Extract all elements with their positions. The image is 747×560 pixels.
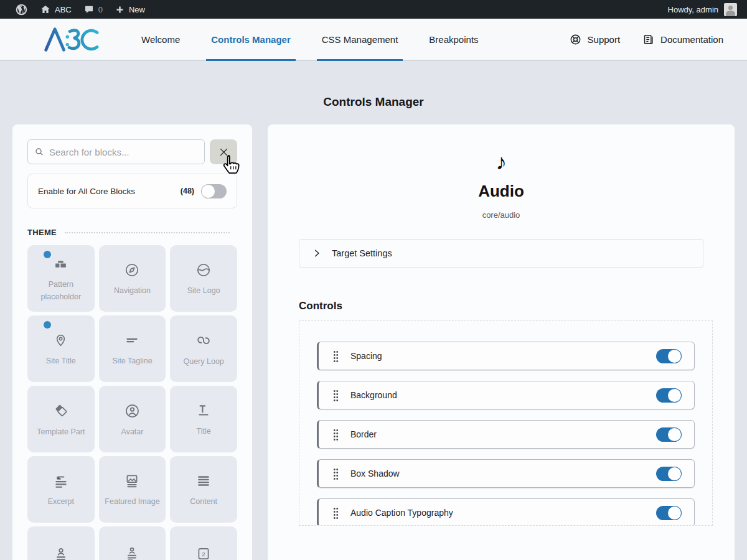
enable-all-count: (48) xyxy=(181,187,194,195)
box-shadow-toggle[interactable] xyxy=(656,467,682,481)
controls-sortable-list: Spacing Background Border Box Shadow Aud… xyxy=(299,320,713,526)
abc-logo[interactable] xyxy=(41,19,101,60)
section-divider xyxy=(65,232,230,233)
tab-underline xyxy=(317,59,403,61)
tab-welcome[interactable]: Welcome xyxy=(126,19,195,60)
block-card-content[interactable]: Content xyxy=(170,456,237,523)
block-card-author[interactable] xyxy=(27,526,95,560)
border-toggle[interactable] xyxy=(656,427,682,442)
howdy-text: Howdy, admin xyxy=(668,5,718,14)
clear-search-button[interactable] xyxy=(210,139,237,164)
search-input[interactable] xyxy=(27,139,205,164)
target-settings-accordion[interactable]: Target Settings xyxy=(299,239,703,268)
drag-handle-icon[interactable] xyxy=(333,507,339,519)
navigation-icon xyxy=(124,262,140,278)
block-card-template-part[interactable]: Template Part xyxy=(27,386,95,452)
block-card-query-loop[interactable]: Query Loop xyxy=(170,315,237,382)
plus-icon xyxy=(115,5,125,14)
site-logo-icon xyxy=(195,262,212,278)
site-name: ABC xyxy=(55,5,72,14)
block-label: Site Title xyxy=(46,355,76,367)
control-row-spacing[interactable]: Spacing xyxy=(317,342,695,370)
enabled-dot xyxy=(44,251,51,258)
drag-handle-icon[interactable] xyxy=(333,350,339,362)
controls-section-title: Controls xyxy=(299,300,735,312)
block-card-pattern-placeholder[interactable]: Pattern placeholder xyxy=(27,245,95,312)
wp-admin-bar: ABC 0 New Howdy, admin xyxy=(0,0,747,19)
admin-bar-new[interactable]: New xyxy=(109,0,151,19)
site-title-icon xyxy=(53,333,68,348)
block-label: Site Tagline xyxy=(112,355,152,367)
control-label: Audio Caption Typography xyxy=(350,508,453,518)
control-label: Spacing xyxy=(350,351,382,361)
documentation-label: Documentation xyxy=(660,34,723,45)
block-label: Avatar xyxy=(121,426,144,438)
documentation-link[interactable]: Documentation xyxy=(642,34,723,45)
block-label: Template Part xyxy=(37,426,85,438)
plugin-nav: Welcome Controls Manager CSS Management … xyxy=(0,19,747,61)
enabled-dot xyxy=(44,321,51,329)
control-label: Background xyxy=(350,390,397,400)
block-label: Pattern placeholder xyxy=(31,279,91,303)
chevron-right-icon xyxy=(312,249,321,258)
avatar xyxy=(724,3,737,16)
block-label: Content xyxy=(190,496,217,508)
author-icon xyxy=(53,546,69,560)
block-grid: Pattern placeholder Navigation Site Logo… xyxy=(27,245,237,560)
background-toggle[interactable] xyxy=(656,388,682,403)
home-icon xyxy=(40,4,50,14)
block-label: Navigation xyxy=(114,285,151,297)
control-label: Box Shadow xyxy=(350,469,400,478)
admin-bar-site-menu[interactable]: ABC xyxy=(34,0,78,19)
block-settings-panel: ♪ Audio core/audio Target Settings Contr… xyxy=(268,124,735,560)
template-part-icon xyxy=(52,403,69,419)
tab-css-management[interactable]: CSS Management xyxy=(306,19,414,60)
drag-handle-icon[interactable] xyxy=(333,390,339,401)
nav-links: Support Documentation xyxy=(570,19,723,60)
nav-tabs: Welcome Controls Manager CSS Management … xyxy=(126,19,494,60)
wordpress-logo-icon[interactable] xyxy=(9,0,34,19)
enable-all-toggle[interactable] xyxy=(201,184,227,198)
title-icon xyxy=(195,403,212,419)
tab-controls-manager[interactable]: Controls Manager xyxy=(195,19,306,60)
blocks-sidebar: Enable for All Core Blocks (48) THEME Pa… xyxy=(12,124,252,560)
block-card-site-title[interactable]: Site Title xyxy=(27,315,95,382)
close-icon xyxy=(218,147,229,157)
control-row-background[interactable]: Background xyxy=(317,381,695,409)
comment-icon xyxy=(84,4,94,14)
audio-caption-typography-toggle[interactable] xyxy=(656,506,682,520)
search-wrap xyxy=(27,139,205,164)
admin-bar-account[interactable]: Howdy, admin xyxy=(668,3,738,16)
admin-bar-comments[interactable]: 0 xyxy=(78,0,109,19)
block-card-avatar[interactable]: Avatar xyxy=(99,386,166,452)
block-card-date[interactable]: 2 xyxy=(170,526,237,560)
block-card-site-tagline[interactable]: Site Tagline xyxy=(99,315,166,382)
pattern-icon xyxy=(53,256,68,272)
enable-all-core-blocks-row: Enable for All Core Blocks (48) xyxy=(27,174,237,208)
active-tab-underline xyxy=(206,59,296,61)
lifebuoy-icon xyxy=(570,34,581,45)
tab-label: Welcome xyxy=(141,34,180,45)
block-card-navigation[interactable]: Navigation xyxy=(99,245,166,312)
block-card-post-author[interactable] xyxy=(99,526,166,560)
theme-section-header: THEME xyxy=(27,228,237,237)
tab-label: CSS Management xyxy=(322,34,398,45)
control-row-border[interactable]: Border xyxy=(317,420,695,449)
svg-text:2: 2 xyxy=(202,551,205,558)
query-loop-icon xyxy=(195,332,212,349)
drag-handle-icon[interactable] xyxy=(333,468,339,480)
comments-count: 0 xyxy=(98,5,103,14)
control-row-box-shadow[interactable]: Box Shadow xyxy=(317,459,695,488)
block-card-featured-image[interactable]: Featured Image xyxy=(99,456,166,523)
block-card-excerpt[interactable]: Excerpt xyxy=(27,456,95,523)
audio-note-icon: ♪ xyxy=(268,151,735,172)
support-link[interactable]: Support xyxy=(570,34,621,45)
block-slug: core/audio xyxy=(268,210,735,220)
control-row-audio-caption-typography[interactable]: Audio Caption Typography xyxy=(317,498,695,526)
block-card-site-logo[interactable]: Site Logo xyxy=(170,245,237,312)
post-author-icon xyxy=(124,546,140,560)
spacing-toggle[interactable] xyxy=(656,349,682,363)
drag-handle-icon[interactable] xyxy=(333,429,339,441)
tab-breakpoints[interactable]: Breakpoints xyxy=(413,19,494,60)
block-card-title[interactable]: Title xyxy=(170,386,237,452)
